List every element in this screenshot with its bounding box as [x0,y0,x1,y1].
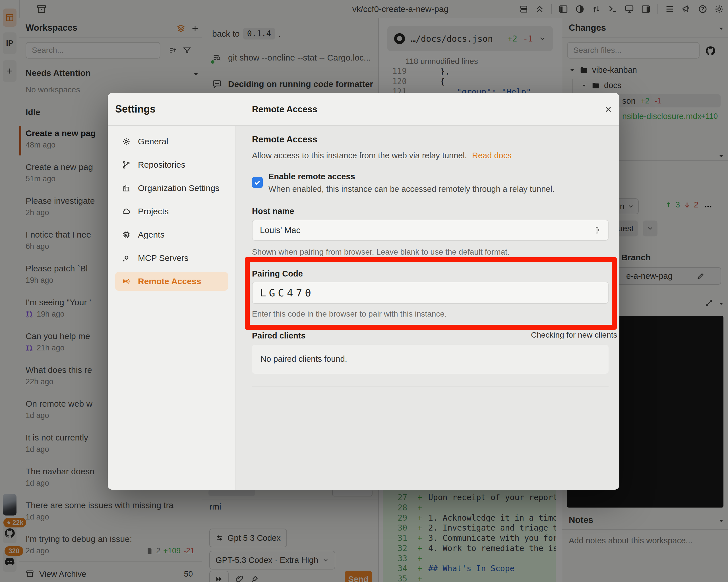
modal-section-header: Remote Access [252,104,317,114]
enable-remote-access-label[interactable]: Enable remote access [268,172,355,181]
enable-remote-access-checkbox[interactable] [252,177,263,188]
plug-icon [122,254,131,262]
text-cursor-icon [593,226,601,234]
paired-clients-empty: No paired clients found. [252,345,608,364]
settings-title: Settings [115,103,156,115]
cloud-icon [122,207,131,216]
nav-item-organization-settings[interactable]: Organization Settings [115,179,228,197]
nav-item-label: Projects [138,206,168,216]
nav-item-remote-access[interactable]: Remote Access [115,272,228,291]
read-docs-link[interactable]: Read docs [472,151,512,160]
annotation-highlight-box [245,257,617,330]
check-icon [254,179,261,186]
nav-item-label: Remote Access [138,277,201,286]
modal-header [108,93,619,126]
remote-access-description: Allow access to this instance from the w… [252,151,512,160]
app-window: vk/ccf0-create-a-new-pag IP [0,0,728,582]
host-name-label: Host name [252,206,294,216]
host-name-help: Shown when pairing from browser. Leave b… [252,248,510,257]
pairing-status-text: Checking for new clients [531,331,617,340]
nav-item-label: Organization Settings [138,183,219,193]
host-name-value: Louis' Mac [260,225,300,235]
nav-item-general[interactable]: General [115,132,228,151]
nav-item-label: Repositories [138,160,185,170]
close-icon[interactable] [604,105,613,114]
nav-item-label: General [138,137,168,146]
cpu-icon [122,230,131,239]
host-name-field[interactable]: Louis' Mac [252,220,608,241]
nav-item-agents[interactable]: Agents [115,225,228,244]
nav-item-repositories[interactable]: Repositories [115,156,228,174]
paired-clients-label: Paired clients [252,331,306,340]
pairing-status: Checking for new clients [518,331,617,340]
gear-icon [122,137,131,146]
building-icon [122,184,131,192]
git-branch-icon [122,161,131,169]
remote-access-heading: Remote Access [252,134,317,145]
broadcast-icon [122,277,131,285]
spinner-icon [518,331,526,339]
nav-item-label: Agents [138,230,164,240]
nav-item-mcp-servers[interactable]: MCP Servers [115,249,228,268]
nav-item-label: MCP Servers [138,253,188,263]
paired-clients-card: No paired clients found. [252,345,608,374]
nav-item-projects[interactable]: Projects [115,202,228,221]
enable-remote-access-sub: When enabled, this instance can be acces… [268,185,554,194]
